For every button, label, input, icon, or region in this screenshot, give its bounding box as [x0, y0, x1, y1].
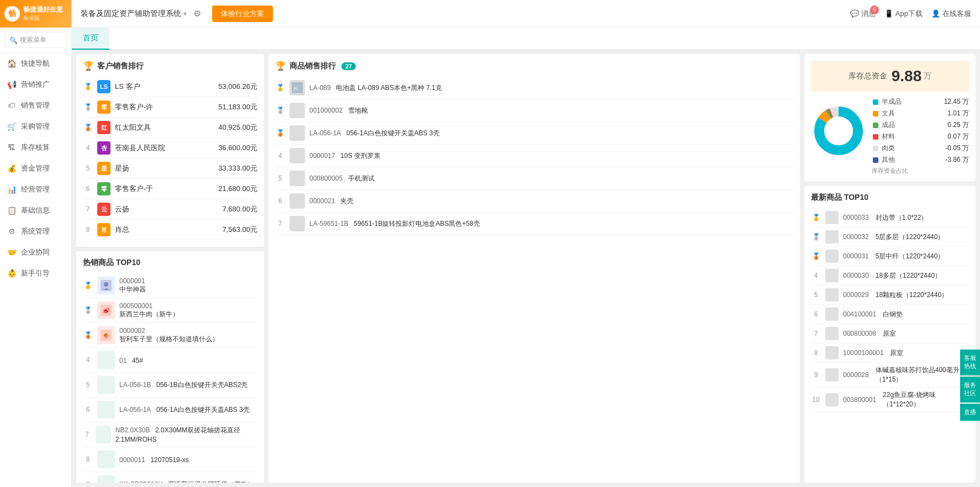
rank-number: 🥉	[83, 331, 93, 339]
rank-number: 7	[83, 205, 93, 213]
rank-number: 5	[83, 381, 93, 389]
right-panel: 库存总资金 9.88 万	[804, 54, 976, 483]
sidebar-item-quick-nav[interactable]: 🏠 快捷导航	[0, 53, 71, 74]
customer-amount: 53,006.26元	[218, 82, 257, 92]
inventory-unit: 万	[924, 71, 931, 81]
sidebar-item-sales[interactable]: 🏷 销售管理	[0, 95, 71, 116]
rank-number: 5	[275, 174, 285, 182]
customer-ranking-table: 🥇 LS LS 客户 53,006.26元 🥈 零 零售客户-许 51,183.…	[83, 77, 257, 240]
product-thumbnail: Ai	[289, 80, 305, 96]
customer-name: 红太阳文具	[115, 123, 214, 133]
chart-legend: 半成品 12.45 万 文具 1.01 万 成品 0.25 万 材料	[873, 97, 969, 165]
product-thumbnail: 🍖	[97, 326, 115, 344]
rank-number: 8	[811, 349, 821, 357]
system-name-text: 装备及固定资产辅助管理系统	[81, 9, 181, 19]
customer-service-button[interactable]: 客服热线	[960, 350, 980, 375]
search-menu-button[interactable]: 🔍 搜索菜单	[4, 32, 67, 48]
live-stream-button[interactable]: 直播	[960, 404, 980, 421]
list-item: 🥉 0000031 5层中纤（1220*2440）	[811, 247, 969, 266]
rank-number: 8	[83, 456, 93, 463]
sidebar-item-label: 企业协同	[21, 247, 50, 257]
product-info: LA-056-1B 056-1B白色按键开关壳ABS2壳	[119, 380, 247, 390]
svg-text:🥩: 🥩	[103, 307, 110, 314]
guide-icon: 👶	[7, 268, 17, 278]
search-menu-label: 搜索菜单	[20, 35, 46, 45]
online-service-button[interactable]: 👤 在线客服	[931, 9, 971, 19]
marketing-icon: 📢	[7, 80, 17, 89]
operations-icon: 📊	[7, 184, 17, 194]
sidebar-item-label: 基础信息	[21, 205, 50, 215]
settings-gear-icon[interactable]: ⚙	[193, 8, 201, 19]
customer-amount: 7,563.00元	[222, 225, 257, 235]
chart-label: 库存资金占比	[811, 167, 969, 175]
sidebar-item-marketing[interactable]: 📢 营销推广	[0, 74, 71, 95]
customer-amount: 36,600.00元	[218, 143, 257, 153]
customer-amount: 7,680.00元	[222, 204, 257, 214]
sidebar-item-enterprise[interactable]: 🤝 企业协同	[0, 242, 71, 263]
rank-number: 9	[83, 480, 93, 483]
dropdown-chevron-icon: ▾	[183, 10, 187, 18]
inventory-title: 库存总资金	[849, 71, 887, 81]
product-thumbnail	[825, 393, 839, 406]
sidebar-item-inventory[interactable]: 🏗 库存核算	[0, 137, 71, 158]
table-row: 🥇 LS LS 客户 53,006.26元	[83, 77, 257, 97]
main-area: 装备及固定资产辅助管理系统 ▾ ⚙ 体验行业方案 💬 消息 6 📱 App下载 …	[72, 0, 980, 487]
avatar: 零	[97, 182, 110, 195]
customer-amount: 51,183.00元	[218, 102, 257, 112]
trial-button[interactable]: 体验行业方案	[212, 6, 273, 22]
legend-item: 肉类 -0.05 万	[873, 144, 969, 153]
system-name-dropdown[interactable]: 装备及固定资产辅助管理系统 ▾	[81, 9, 187, 19]
table-row: 8 肖 肖总 7,563.00元	[83, 220, 257, 240]
product-thumbnail	[825, 368, 839, 382]
tab-bar: 首页	[72, 28, 980, 50]
message-icon: 💬	[850, 9, 859, 18]
list-item: 🥇 0000033 封边带（1.0*22）	[811, 208, 969, 227]
customer-name: LS 客户	[115, 82, 214, 92]
sidebar-item-operations[interactable]: 📊 经营管理	[0, 179, 71, 200]
table-row: 5 星 星扬 33,333.00元	[83, 158, 257, 179]
list-item: 6 004100001 白钢垫	[811, 305, 969, 324]
legend-item: 半成品 12.45 万	[873, 97, 969, 107]
middle-panel: 🏆 商品销售排行 27 🥇 Ai LA-089 电池盖 LA-089 ABS本色…	[268, 54, 800, 483]
app-download-button[interactable]: 📱 App下载	[884, 9, 923, 19]
tab-home[interactable]: 首页	[72, 28, 109, 50]
table-row: 6 零 零售客户-于 21,680.00元	[83, 179, 257, 199]
product-count-badge: 27	[341, 62, 356, 70]
service-community-button[interactable]: 服务社区	[960, 377, 980, 403]
home-icon: 🏠	[7, 59, 17, 68]
trophy-icon-2: 🏆	[275, 61, 286, 71]
list-item: 6 LA-056-1A 056-1A白色按键开关盖ABS 3壳	[83, 398, 257, 422]
topbar-right-actions: 💬 消息 6 📱 App下载 👤 在线客服	[850, 9, 971, 19]
new-products-title: 最新商品 TOP10	[811, 193, 969, 203]
product-ranking-title: 🏆 商品销售排行 27	[275, 61, 793, 71]
sidebar-item-label: 快捷导航	[21, 59, 50, 68]
sidebar-item-label: 资金管理	[21, 163, 50, 173]
rank-number: 7	[811, 330, 821, 337]
product-ranking-card: 🏆 商品销售排行 27 🥇 Ai LA-089 电池盖 LA-089 ABS本色…	[268, 54, 800, 483]
product-info: 000800005 手机测试	[309, 174, 793, 183]
product-thumbnail	[825, 250, 839, 263]
sidebar-item-guide[interactable]: 👶 新手引导	[0, 263, 71, 284]
svg-point-1	[104, 282, 108, 287]
list-item: 4 0000030 18多层（1220*2440）	[811, 266, 969, 285]
product-thumbnail	[825, 211, 839, 224]
legend-item: 材料 0.07 万	[873, 132, 969, 141]
rank-number: 8	[83, 226, 93, 234]
table-row: 7 云 云扬 7,680.00元	[83, 199, 257, 220]
sidebar-item-purchase[interactable]: 🛒 采购管理	[0, 116, 71, 137]
messages-button[interactable]: 💬 消息 6	[850, 9, 876, 19]
table-row: 🥇 Ai LA-089 电池盖 LA-089 ABS本色+黑种 7.1克	[275, 77, 793, 99]
customer-amount: 33,333.00元	[218, 163, 257, 173]
sidebar-item-basic-info[interactable]: 📋 基础信息	[0, 200, 71, 221]
rank-number: 6	[811, 310, 821, 318]
product-info: 0000001 中华神器	[119, 277, 146, 294]
sidebar-item-finance[interactable]: 💰 资金管理	[0, 158, 71, 179]
sidebar-item-system[interactable]: ⚙ 系统管理	[0, 221, 71, 242]
list-item: 9 0000028 体碱嘉核味苏打饮品400毫升（1*15）	[811, 363, 969, 388]
product-info: 000500001 新西兰牛肉（新牛）	[119, 302, 179, 319]
rank-number: 🥇	[83, 282, 93, 289]
product-thumbnail	[825, 308, 839, 321]
sidebar-nav: 🏠 快捷导航 📢 营销推广 🏷 销售管理 🛒 采购管理 🏗 库存核算 💰 资金管…	[0, 53, 71, 487]
list-item: 5 LA-056-1B 056-1B白色按键开关壳ABS2壳	[83, 373, 257, 398]
product-thumbnail-placeholder	[97, 401, 115, 419]
